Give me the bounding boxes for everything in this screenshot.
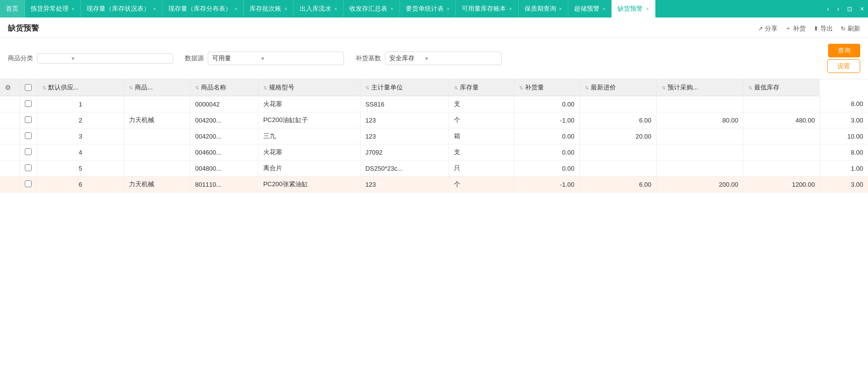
- tab-nav-next[interactable]: ›: [833, 5, 843, 13]
- row-checkbox[interactable]: [25, 100, 32, 107]
- row-num: 4: [37, 144, 124, 160]
- settings-column-icon[interactable]: ⚙: [5, 84, 11, 91]
- row-replenish-qty: 6.00: [579, 176, 656, 193]
- row-goods-code: 0000042: [190, 96, 258, 112]
- row-checkbox[interactable]: [25, 180, 32, 187]
- row-goods-code: 004800...: [190, 160, 258, 176]
- tab-close-stock-dist[interactable]: ×: [235, 6, 237, 12]
- table-row: 3 004200... 三九 123 箱 0.00 20.00 10.00: [0, 128, 868, 144]
- table-container: ⚙ ⇅ 默认供应...: [0, 79, 868, 193]
- row-stock-qty: -1.00: [514, 112, 579, 128]
- tab-close-batch-account[interactable]: ×: [284, 6, 287, 12]
- goods-category-arrow-icon: ▼: [71, 56, 75, 61]
- tab-close-available[interactable]: ×: [509, 6, 512, 12]
- th-default-supplier: ⇅ 默认供应...: [37, 79, 124, 96]
- row-goods-code: 004600...: [190, 144, 258, 160]
- tab-stock-status[interactable]: 现存量（库存状况表） ×: [81, 0, 162, 18]
- data-source-label: 数据源: [185, 54, 204, 63]
- tab-batch-account[interactable]: 库存批次账 ×: [244, 0, 293, 18]
- page-title: 缺货预警: [8, 23, 39, 34]
- tab-close-flow[interactable]: ×: [334, 6, 337, 12]
- tab-stock-dist[interactable]: 现存量（库存分布表） ×: [163, 0, 244, 18]
- tab-summary[interactable]: 收发存汇总表 ×: [344, 0, 399, 18]
- row-min-stock: 3.00: [820, 176, 868, 193]
- tab-close-expiry[interactable]: ×: [559, 6, 562, 12]
- row-checkbox[interactable]: [25, 164, 32, 171]
- th-checkbox: [19, 79, 37, 96]
- goods-category-select[interactable]: ▼: [37, 53, 173, 64]
- sort-icon-replenish: ⇅: [519, 85, 523, 90]
- refresh-button[interactable]: ↻ 刷新: [841, 24, 860, 33]
- tab-flow[interactable]: 出入库流水 ×: [294, 0, 344, 18]
- row-checkbox-cell: [19, 96, 37, 112]
- row-checkbox[interactable]: [25, 132, 32, 139]
- tab-expiry[interactable]: 保质期查询 ×: [519, 0, 568, 18]
- sort-icon-supplier: ⇅: [42, 85, 46, 90]
- row-estimated-purchase: 1200.00: [743, 176, 820, 193]
- tab-restore-btn[interactable]: ⊡: [843, 5, 856, 13]
- row-goods-name: PC200油缸缸子: [258, 112, 360, 128]
- row-goods-name: 火花塞: [258, 96, 360, 112]
- th-stock-qty: ⇅ 库存量: [449, 79, 514, 96]
- tab-close-summary[interactable]: ×: [390, 6, 393, 12]
- row-supplier: 力天机械: [124, 176, 190, 193]
- row-checkbox-cell: [19, 160, 37, 176]
- select-all-checkbox[interactable]: [25, 84, 32, 91]
- row-supplier: [124, 160, 190, 176]
- data-source-filter: 数据源 可用量 ▼: [185, 52, 344, 65]
- row-num: 1: [37, 96, 124, 112]
- replenish-icon: ＋: [785, 24, 791, 33]
- tab-close-shortage[interactable]: ×: [646, 6, 649, 12]
- replenish-basis-value: 安全库存: [389, 54, 415, 63]
- th-replenish-qty: ⇅ 补货量: [514, 79, 579, 96]
- export-icon: ⬆: [814, 25, 818, 32]
- table-header-row: ⚙ ⇅ 默认供应...: [0, 79, 868, 96]
- row-checkbox-cell: [19, 176, 37, 193]
- tab-home[interactable]: 首页: [0, 0, 25, 18]
- row-supplier: [124, 144, 190, 160]
- query-button[interactable]: 查询: [828, 44, 860, 57]
- tab-close-demand[interactable]: ×: [447, 6, 450, 12]
- tab-bar: 首页 拣货异常处理 × 现存量（库存状况表） × 现存量（库存分布表） × 库存…: [0, 0, 868, 18]
- row-min-stock: 8.00: [820, 96, 868, 112]
- replenish-basis-filter: 补货基数 安全库存 ▼: [356, 52, 502, 65]
- row-gear-cell: [0, 112, 19, 128]
- row-latest-price: [656, 144, 743, 160]
- tab-shortage[interactable]: 缺货预警 ×: [612, 0, 655, 18]
- tab-demand[interactable]: 要货单统计表 ×: [400, 0, 456, 18]
- row-estimated-purchase: [743, 96, 820, 112]
- tab-close-all-btn[interactable]: ×: [856, 5, 868, 13]
- row-latest-price: [656, 96, 743, 112]
- tab-close-overstock[interactable]: ×: [602, 6, 605, 12]
- share-button[interactable]: ↗ 分享: [758, 24, 778, 33]
- row-supplier: [124, 96, 190, 112]
- row-unit: 只: [449, 160, 514, 176]
- sort-icon-unit: ⇅: [365, 85, 369, 90]
- row-unit: 个: [449, 112, 514, 128]
- row-supplier: [124, 128, 190, 144]
- tab-available[interactable]: 可用量库存账本 ×: [456, 0, 518, 18]
- row-min-stock: 10.00: [820, 128, 868, 144]
- row-checkbox-cell: [19, 144, 37, 160]
- row-checkbox[interactable]: [25, 116, 32, 123]
- replenish-basis-select[interactable]: 安全库存 ▼: [385, 52, 502, 65]
- data-source-select[interactable]: 可用量 ▼: [208, 52, 344, 65]
- row-replenish-qty: 6.00: [579, 112, 656, 128]
- export-button[interactable]: ⬆ 导出: [814, 24, 833, 33]
- tab-close-stock-status[interactable]: ×: [153, 6, 156, 12]
- settings-button[interactable]: 设置: [827, 59, 860, 73]
- row-checkbox[interactable]: [25, 148, 32, 155]
- table-row: 2 力天机械 004200... PC200油缸缸子 123 个 -1.00 6…: [0, 112, 868, 128]
- tab-pick-exception[interactable]: 拣货异常处理 ×: [25, 0, 81, 18]
- row-gear-cell: [0, 96, 19, 112]
- row-min-stock: 1.00: [820, 160, 868, 176]
- page-header: 缺货预警 ↗ 分享 ＋ 补货 ⬆ 导出 ↻ 刷新: [0, 18, 868, 38]
- row-num: 5: [37, 160, 124, 176]
- replenish-button[interactable]: ＋ 补货: [785, 24, 806, 33]
- row-gear-cell: [0, 160, 19, 176]
- filter-bar: 商品分类 ▼ 数据源 可用量 ▼ 补货基数 安全库存 ▼ 查询 设置: [0, 38, 868, 79]
- tab-nav-prev[interactable]: ‹: [823, 5, 833, 13]
- tab-overstock[interactable]: 超储预警 ×: [568, 0, 612, 18]
- tab-close-pick-exception[interactable]: ×: [72, 6, 74, 12]
- row-replenish-qty: 20.00: [579, 128, 656, 144]
